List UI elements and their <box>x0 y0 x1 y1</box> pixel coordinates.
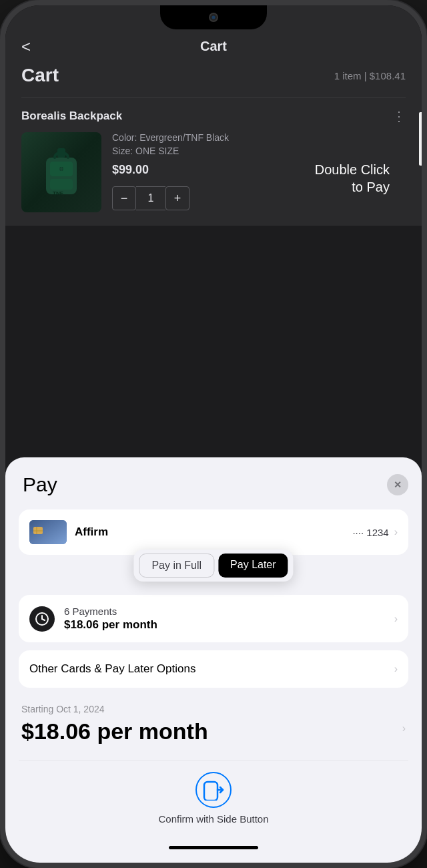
payment-plan-section[interactable]: 6 Payments $18.06 per month › <box>19 595 408 642</box>
nav-bar: < Cart <box>21 39 406 54</box>
card-section: Affirm ···· 1234 › Pay in Full Pay Later <box>19 509 408 555</box>
confirm-icon <box>195 772 232 808</box>
nav-title: Cart <box>200 39 227 54</box>
card-chevron-icon: › <box>394 526 398 538</box>
apple-pay-sheet: Pay ✕ <box>5 457 422 863</box>
phone-camera <box>209 13 218 22</box>
card-artwork <box>29 520 67 544</box>
cart-label: Cart <box>21 65 59 86</box>
monthly-amount: $18.06 per month <box>21 718 208 744</box>
phone-notch <box>160 5 267 29</box>
backpack-icon: TNF <box>38 144 85 201</box>
card-left: Affirm <box>29 520 108 544</box>
product-image: TNF <box>21 132 101 212</box>
double-click-label: Double Clickto Pay <box>315 161 390 196</box>
back-button[interactable]: < <box>21 37 31 56</box>
pay-text: Pay <box>23 473 57 496</box>
sheet-header: Pay ✕ <box>19 473 408 496</box>
qty-decrease-button[interactable]: − <box>112 186 136 210</box>
confirm-text: Confirm with Side Button <box>158 813 268 825</box>
summary-chevron-icon: › <box>402 722 406 734</box>
pay-in-full-button[interactable]: Pay in Full <box>139 554 214 578</box>
close-button[interactable]: ✕ <box>387 474 408 495</box>
apple-pay-logo: Pay <box>19 473 57 496</box>
summary-section: Starting Oct 1, 2024 $18.06 per month › <box>19 701 408 755</box>
phone-frame: < Cart Cart 1 item | $108.41 Borealis Ba… <box>0 0 427 868</box>
cart-header: Cart 1 item | $108.41 <box>21 65 406 86</box>
card-name: Affirm <box>75 525 108 539</box>
card-number: ···· 1234 <box>352 527 388 538</box>
home-indicator <box>169 846 258 849</box>
plan-amount: $18.06 per month <box>64 618 385 632</box>
other-cards-chevron-icon: › <box>394 663 398 675</box>
starting-date: Starting Oct 1, 2024 <box>21 704 208 714</box>
side-button-icon <box>203 779 224 801</box>
qty-value: 1 <box>136 186 165 210</box>
pay-later-button[interactable]: Pay Later <box>218 554 288 578</box>
card-image <box>29 520 67 544</box>
svg-line-14 <box>42 619 45 620</box>
product-section: Borealis Backpack ⋮ <box>21 108 406 212</box>
product-menu-button[interactable]: ⋮ <box>392 108 406 124</box>
summary-row: Starting Oct 1, 2024 $18.06 per month › <box>21 704 406 744</box>
clock-icon <box>29 606 55 632</box>
svg-rect-15 <box>204 782 218 801</box>
pay-toggle: Pay in Full Pay Later <box>133 550 293 582</box>
product-row: TNF Color: Evergreen/TNF Black Size: ONE… <box>21 132 406 212</box>
svg-rect-2 <box>50 179 73 190</box>
svg-text:TNF: TNF <box>53 190 63 196</box>
payment-plan-row: 6 Payments $18.06 per month › <box>29 606 398 632</box>
product-color: Color: Evergreen/TNF Black <box>112 132 406 143</box>
product-name-row: Borealis Backpack ⋮ <box>21 108 406 124</box>
cart-area: < Cart Cart 1 item | $108.41 Borealis Ba… <box>5 5 422 226</box>
plan-chevron-icon: › <box>394 613 398 625</box>
confirm-section: Confirm with Side Button <box>19 761 408 838</box>
cart-meta: 1 item | $108.41 <box>334 70 406 81</box>
svg-rect-3 <box>57 148 65 158</box>
cart-divider <box>21 97 406 97</box>
card-row[interactable]: Affirm ···· 1234 › <box>29 520 398 544</box>
product-size: Size: ONE SIZE <box>112 146 406 156</box>
plan-count: 6 Payments <box>64 606 385 617</box>
product-details: Color: Evergreen/TNF Black Size: ONE SIZ… <box>112 132 406 210</box>
product-name: Borealis Backpack <box>21 110 122 123</box>
clock-svg <box>35 612 49 626</box>
plan-details: 6 Payments $18.06 per month <box>64 606 385 632</box>
other-cards-text: Other Cards & Pay Later Options <box>29 662 195 676</box>
side-bar-indicator <box>419 112 422 166</box>
screen: < Cart Cart 1 item | $108.41 Borealis Ba… <box>5 5 422 863</box>
qty-increase-button[interactable]: + <box>165 186 189 210</box>
other-cards-section[interactable]: Other Cards & Pay Later Options › <box>19 650 408 688</box>
